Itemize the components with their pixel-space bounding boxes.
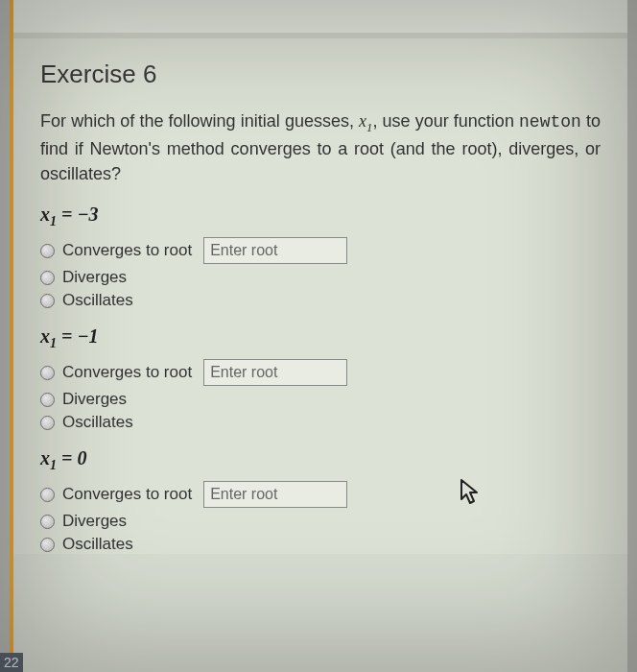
prompt-text-2: , use your function [372, 111, 519, 131]
option-label: Diverges [62, 512, 127, 531]
option-row: Oscillates [40, 413, 601, 432]
prompt-var: x [359, 111, 366, 131]
eq-var: x [40, 204, 50, 225]
option-label: Diverges [62, 268, 127, 287]
radio-button[interactable] [40, 271, 55, 285]
radio-button[interactable] [40, 488, 55, 502]
prompt-func: newton [519, 112, 581, 132]
radio-button[interactable] [40, 393, 55, 407]
initial-guess-equation: x1 = −1 [40, 325, 601, 351]
radio-button[interactable] [40, 244, 55, 258]
option-row: Diverges [40, 268, 601, 287]
eq-rhs: = 0 [57, 447, 86, 468]
eq-sub: 1 [50, 214, 57, 228]
radio-button[interactable] [40, 538, 55, 552]
eq-var: x [40, 325, 50, 347]
radio-button[interactable] [40, 515, 55, 529]
option-label: Converges to root [62, 485, 192, 504]
option-label: Converges to root [62, 241, 192, 260]
option-row: Oscillates [40, 291, 601, 310]
eq-rhs: = −3 [57, 204, 99, 225]
option-label: Oscillates [62, 535, 133, 554]
option-label: Converges to root [62, 363, 192, 382]
question-group: x1 = 0Converges to rootEnter rootDiverge… [40, 447, 601, 554]
page-number: 22 [0, 653, 23, 672]
exercise-title: Exercise 6 [40, 60, 601, 89]
page-frame: Exercise 6 For which of the following in… [10, 0, 627, 672]
radio-button[interactable] [40, 294, 55, 308]
option-row: Diverges [40, 512, 601, 531]
root-input[interactable]: Enter root [203, 359, 347, 386]
option-label: Oscillates [62, 413, 133, 432]
radio-button[interactable] [40, 416, 55, 430]
cursor-icon [459, 478, 484, 511]
root-input[interactable]: Enter root [203, 481, 347, 508]
initial-guess-equation: x1 = 0 [40, 447, 601, 473]
option-label: Oscillates [62, 291, 133, 310]
exercise-content: Exercise 6 For which of the following in… [13, 38, 627, 554]
option-row: Converges to rootEnter root [40, 359, 601, 386]
question-group: x1 = −3Converges to rootEnter rootDiverg… [40, 204, 601, 310]
top-gap [13, 0, 627, 38]
question-group: x1 = −1Converges to rootEnter rootDiverg… [40, 325, 601, 432]
root-input[interactable]: Enter root [203, 237, 347, 264]
exercise-prompt: For which of the following initial guess… [40, 108, 601, 186]
initial-guess-equation: x1 = −3 [40, 204, 601, 229]
option-row: Converges to rootEnter root [40, 237, 601, 264]
option-row: Oscillates [40, 535, 601, 554]
eq-rhs: = −1 [57, 325, 99, 347]
eq-sub: 1 [50, 336, 57, 350]
option-row: Diverges [40, 390, 601, 409]
option-row: Converges to rootEnter root [40, 481, 601, 508]
prompt-text-1: For which of the following initial guess… [40, 111, 359, 131]
eq-sub: 1 [50, 458, 57, 472]
option-label: Diverges [62, 390, 127, 409]
eq-var: x [40, 447, 50, 468]
radio-button[interactable] [40, 366, 55, 380]
